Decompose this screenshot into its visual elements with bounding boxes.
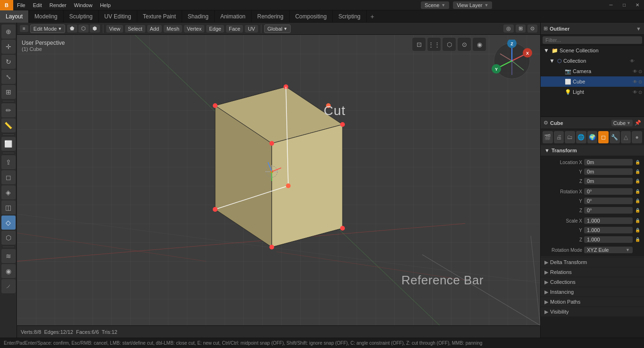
scale-x-value[interactable]: 1.000 [584, 217, 633, 224]
tab-scene-props[interactable]: 🌐 [576, 131, 586, 143]
tab-rendering[interactable]: Rendering [251, 10, 289, 23]
scale-x-lock[interactable]: 🔒 [635, 218, 640, 223]
uv-menu[interactable]: UV [245, 25, 258, 33]
annotate-tool[interactable]: ✏ [1, 103, 16, 117]
tab-data-props[interactable]: △ [621, 131, 631, 143]
rotation-x-value[interactable]: 0° [584, 188, 633, 195]
render-view-button[interactable]: ⋮⋮ [427, 38, 441, 51]
instancing-section[interactable]: ▶ Instancing [541, 287, 644, 297]
minimize-button[interactable]: ─ [604, 0, 618, 10]
vertex-menu[interactable]: Vertex [184, 25, 204, 33]
extrude-tool[interactable]: ⇪ [1, 155, 16, 169]
location-y-lock[interactable]: 🔒 [635, 169, 640, 174]
tab-layout[interactable]: Layout [0, 10, 29, 23]
relations-section[interactable]: ▶ Relations [541, 267, 644, 277]
scale-y-lock[interactable]: 🔒 [635, 228, 640, 232]
tab-render-props[interactable]: 🎬 [543, 131, 553, 143]
rotation-mode-value[interactable]: XYZ Eule ▼ [584, 247, 633, 253]
viewport-menu-button[interactable]: ≡ [20, 25, 28, 32]
outliner-item-scene-collection[interactable]: ▼ 📁 Scene Collection [541, 45, 644, 56]
proportional-edit[interactable]: ◎ [503, 25, 514, 33]
location-z-value[interactable]: 0m [584, 178, 633, 184]
tab-modifier-props[interactable]: 🔧 [610, 131, 620, 143]
location-x-lock[interactable]: 🔒 [635, 160, 640, 165]
transform-orientation[interactable]: Global ▼ [264, 25, 291, 33]
scale-y-value[interactable]: 1.000 [584, 227, 633, 233]
navigation-gizmo[interactable]: X Z Y [491, 40, 533, 82]
outliner-item-light[interactable]: ▼ 💡 Light 👁 ⊙ [541, 87, 644, 97]
mesh-menu[interactable]: Mesh [164, 25, 182, 33]
tab-material-props[interactable]: ● [632, 131, 642, 143]
tab-world-props[interactable]: 🌍 [587, 131, 598, 143]
tab-modeling[interactable]: Modeling [29, 10, 64, 23]
light-render-vis[interactable]: ⊙ [638, 90, 642, 95]
wireframe-toggle[interactable]: ⬡ [443, 38, 456, 51]
tab-scripting[interactable]: Scripting [333, 10, 367, 23]
menu-window[interactable]: Window [70, 1, 96, 9]
smooth-tool[interactable]: ≋ [1, 249, 16, 263]
cube-visibility[interactable]: 👁 [633, 79, 637, 84]
add-menu[interactable]: Add [147, 25, 162, 33]
menu-help[interactable]: Help [96, 1, 115, 9]
location-z-lock[interactable]: 🔒 [635, 179, 640, 183]
scale-z-lock[interactable]: 🔒 [635, 237, 640, 242]
menu-edit[interactable]: Edit [29, 1, 46, 9]
tab-view-layer-props[interactable]: 🗂 [565, 131, 575, 143]
edge-select-mode[interactable]: ⬡ [78, 25, 89, 33]
view-layer-selector[interactable]: View Layer ▼ [453, 1, 492, 9]
rotation-z-value[interactable]: 0° [584, 207, 633, 214]
loop-cut-tool[interactable]: ◫ [1, 200, 16, 215]
scene-selector[interactable]: Scene ▼ [421, 1, 449, 9]
measure-tool[interactable]: 📏 [1, 118, 16, 133]
inset-tool[interactable]: ◻ [1, 170, 16, 184]
camera-view-button[interactable]: ⊡ [412, 38, 426, 51]
viewport-canvas[interactable]: User Perspective (1) Cube Cut Reference … [17, 35, 540, 325]
xray-toggle[interactable]: ◉ [473, 38, 486, 51]
shrink-tool[interactable]: ◉ [1, 264, 16, 278]
edit-mode-dropdown[interactable]: Edit Mode ▼ [30, 25, 65, 33]
tab-shading[interactable]: Shading [182, 10, 215, 23]
cube-render-vis[interactable]: ⊙ [638, 79, 642, 84]
outliner-search-input[interactable] [543, 36, 642, 44]
shear-tool[interactable]: ⟋ [1, 279, 16, 293]
outliner-filter[interactable]: ▼ [636, 26, 641, 32]
delta-transform-section[interactable]: ▶ Delta Transform [541, 257, 644, 267]
face-select-mode[interactable]: ⬢ [90, 25, 100, 33]
rotation-y-value[interactable]: 0° [584, 198, 633, 204]
outliner-item-cube[interactable]: ▼ ⬜ Cube 👁 ⊙ [541, 76, 644, 87]
select-menu[interactable]: Select [125, 25, 145, 33]
add-workspace-button[interactable]: + [367, 10, 378, 23]
location-y-value[interactable]: 0m [584, 168, 633, 175]
cursor-tool[interactable]: ⊕ [1, 25, 16, 39]
outliner-item-camera[interactable]: ▼ 📷 Camera 👁 ⊙ [541, 66, 644, 76]
menu-render[interactable]: Render [46, 1, 70, 9]
vertex-select-mode[interactable]: ⬟ [67, 25, 77, 33]
menu-file[interactable]: File [13, 1, 29, 9]
tab-object-props[interactable]: ◻ [598, 131, 609, 143]
close-button[interactable]: ✕ [631, 0, 644, 10]
knife-tool[interactable]: ◇ [1, 215, 16, 230]
scale-z-value[interactable]: 1.000 [584, 236, 633, 243]
edge-menu[interactable]: Edge [206, 25, 224, 33]
bevel-tool[interactable]: ◈ [1, 185, 16, 199]
tab-uv-editing[interactable]: UV Editing [99, 10, 137, 23]
outliner-item-collection[interactable]: ▼ ⬡ Collection 👁 [541, 56, 644, 66]
snapping-toggle[interactable]: ⊞ [516, 25, 526, 33]
motion-paths-section[interactable]: ▶ Motion Paths [541, 297, 644, 307]
view-menu[interactable]: View [106, 25, 123, 33]
scale-tool[interactable]: ⤡ [1, 70, 16, 84]
transform-section-header[interactable]: ▼ Transform [541, 145, 644, 156]
move-tool[interactable]: ✛ [1, 40, 16, 54]
collection-visibility[interactable]: 👁 [630, 58, 635, 64]
location-x-value[interactable]: 0m [584, 159, 633, 166]
tab-compositing[interactable]: Compositing [290, 10, 333, 23]
tab-output-props[interactable]: 🖨 [554, 131, 564, 143]
properties-pin[interactable]: 📌 [635, 120, 641, 126]
transform-tool[interactable]: ⊞ [1, 85, 16, 99]
rotation-y-lock[interactable]: 🔒 [635, 199, 640, 203]
rotate-tool[interactable]: ↻ [1, 55, 16, 69]
rotation-z-lock[interactable]: 🔒 [635, 208, 640, 213]
camera-render-vis[interactable]: ⊙ [638, 69, 642, 74]
visibility-section[interactable]: ▶ Visibility [541, 307, 644, 316]
tab-sculpting[interactable]: Sculpting [64, 10, 99, 23]
